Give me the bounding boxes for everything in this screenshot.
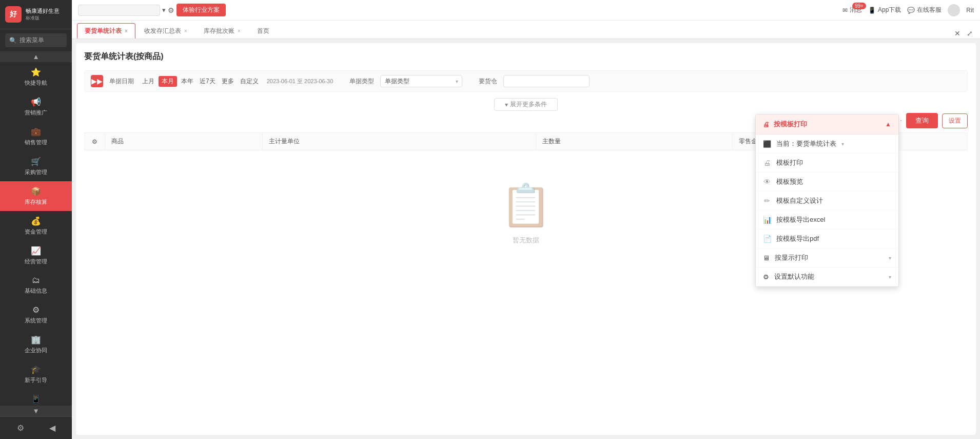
- topbar-search-input[interactable]: [78, 5, 160, 16]
- main-content: ▾ ⚙ 体验行业方案 ✉ 消息 99+ 📱 App下载 💬 在线客服: [72, 0, 980, 439]
- nav-icon: 💰: [31, 216, 41, 226]
- nav-label: 经营管理: [25, 258, 47, 265]
- topbar-actions: ✉ 消息 99+ 📱 App下载 💬 在线客服 Rit: [842, 4, 974, 16]
- window-close-button[interactable]: ✕: [952, 28, 963, 39]
- nav-label: 资金管理: [25, 228, 47, 236]
- settings-button[interactable]: 设置: [942, 113, 968, 128]
- display-print-item[interactable]: 🖥 按显示打印 ▾: [756, 249, 898, 268]
- print-item-模板自定义设计[interactable]: ✏模板自定义设计: [756, 192, 898, 211]
- nav-icon: 🎓: [31, 365, 41, 374]
- sidebar-item-库存核算[interactable]: 📦库存核算: [0, 181, 72, 211]
- sidebar-item-资金管理[interactable]: 💰资金管理: [0, 211, 72, 241]
- sidebar-item-企业协同[interactable]: 🏢企业协同: [0, 330, 72, 359]
- date-btn-更多[interactable]: 更多: [220, 76, 236, 87]
- sidebar-item-营销推广[interactable]: 📢营销推广: [0, 92, 72, 122]
- print-dropdown-header[interactable]: 🖨 按模板打印 ▲: [756, 114, 898, 135]
- sidebar-item-新手引导[interactable]: 🎓新手引导: [0, 359, 72, 389]
- sidebar-footer: ⚙ ◀: [0, 416, 72, 439]
- display-print-icon: 🖥: [763, 254, 770, 262]
- app-download-label: App下载: [878, 6, 901, 14]
- print-item-模板打印[interactable]: 🖨模板打印: [756, 154, 898, 173]
- print-item-icon: 🖨: [763, 159, 771, 167]
- sidebar-scroll-up-button[interactable]: ▲: [0, 51, 72, 62]
- page-area: 要货单统计表(按商品) ▶▶ 单据日期 上月本月本年近7天更多自定义 2023-…: [76, 43, 976, 435]
- filter-row-1: ▶▶ 单据日期 上月本月本年近7天更多自定义 2023-06-01 至 2023…: [84, 70, 968, 92]
- display-print-left: 🖥 按显示打印: [763, 253, 808, 262]
- nav-label: 采购管理: [25, 168, 47, 176]
- sidebar-item-应用中心[interactable]: 📱应用中心: [0, 389, 72, 406]
- date-btn-本月[interactable]: 本月: [159, 76, 177, 87]
- nav-icon: 📈: [31, 246, 41, 256]
- topbar-dropdown-button[interactable]: ▾: [162, 6, 166, 14]
- messages-action[interactable]: ✉ 消息 99+: [842, 6, 862, 14]
- print-item-icon: 📄: [763, 235, 771, 243]
- tab-close-icon[interactable]: ×: [238, 28, 241, 34]
- sidebar-item-经营管理[interactable]: 📈经营管理: [0, 241, 72, 271]
- empty-text: 暂无数据: [513, 236, 539, 245]
- col-header-主计量单位: 主计量单位: [263, 133, 536, 150]
- sidebar-collapse-button[interactable]: ◀: [47, 421, 57, 435]
- topbar-breadcrumb: ▾ ⚙ 体验行业方案: [78, 4, 838, 16]
- current-template-chevron-icon: ▾: [841, 141, 844, 147]
- tab-label: 收发存汇总表: [144, 27, 181, 35]
- search-menu-button[interactable]: 🔍 搜索菜单: [5, 33, 67, 47]
- sidebar-item-销售管理[interactable]: 💼销售管理: [0, 122, 72, 151]
- tab-label: 要货单统计表: [85, 27, 122, 35]
- sidebar-item-快捷导航[interactable]: ⭐快捷导航: [0, 62, 72, 92]
- filter-toggle-button[interactable]: ▶▶: [91, 75, 103, 87]
- sidebar-settings-button[interactable]: ⚙: [15, 421, 26, 435]
- date-btn-上月[interactable]: 上月: [140, 76, 156, 87]
- display-print-chevron-icon: ▾: [889, 255, 891, 261]
- current-template-item[interactable]: ⬛ 当前：要货单统计表 ▾: [756, 135, 898, 154]
- col-header-gear[interactable]: ⚙: [85, 133, 105, 150]
- type-select[interactable]: 单据类型: [380, 75, 462, 87]
- message-icon: ✉: [842, 7, 848, 14]
- download-icon: 📱: [868, 7, 876, 14]
- current-template-icon: ⬛: [763, 140, 771, 148]
- tab-label: 库存批次账: [204, 27, 234, 35]
- sidebar-scroll-down-button[interactable]: ▼: [0, 406, 72, 416]
- print-items-list: 🖨模板打印👁模板预览✏模板自定义设计📊按模板导出excel📄按模板导出pdf: [756, 154, 898, 249]
- tab-close-icon[interactable]: ×: [125, 28, 128, 34]
- set-default-item[interactable]: ⚙ 设置默认功能 ▾: [756, 268, 898, 287]
- sidebar-item-采购管理[interactable]: 🛒采购管理: [0, 151, 72, 181]
- logo-app-name: 畅康通好生意: [26, 7, 60, 14]
- sidebar-item-基础信息[interactable]: 🗂基础信息: [0, 271, 72, 300]
- nav-icon: 📢: [31, 97, 41, 107]
- query-button[interactable]: 查询: [906, 113, 938, 128]
- print-item-按模板导出excel[interactable]: 📊按模板导出excel: [756, 211, 898, 230]
- date-btn-自定义[interactable]: 自定义: [238, 76, 261, 87]
- tab-库存批次账[interactable]: 库存批次账×: [196, 23, 248, 39]
- print-item-按模板导出pdf[interactable]: 📄按模板导出pdf: [756, 230, 898, 249]
- print-item-label: 模板打印: [776, 158, 803, 167]
- empty-icon: 📋: [500, 181, 552, 230]
- app-download-action[interactable]: 📱 App下载: [868, 6, 901, 14]
- tab-收发存汇总表[interactable]: 收发存汇总表×: [136, 23, 195, 39]
- expand-more-button[interactable]: ▾ 展开更多条件: [494, 98, 558, 111]
- print-item-icon: 📊: [763, 216, 771, 224]
- tab-要货单统计表[interactable]: 要货单统计表×: [77, 23, 135, 39]
- topbar: ▾ ⚙ 体验行业方案 ✉ 消息 99+ 📱 App下载 💬 在线客服: [72, 0, 980, 21]
- online-service-action[interactable]: 💬 在线客服: [907, 6, 942, 14]
- date-btn-近7天[interactable]: 近7天: [198, 76, 218, 87]
- date-btn-本年[interactable]: 本年: [179, 76, 195, 87]
- print-header-icon: 🖨: [763, 121, 770, 128]
- logo-badge: 标准版: [26, 15, 60, 22]
- goods-filter-input[interactable]: [503, 75, 590, 87]
- window-maximize-button[interactable]: ⤢: [965, 28, 975, 39]
- nav-label: 基础信息: [25, 287, 47, 295]
- tab-首页[interactable]: 首页: [249, 23, 277, 39]
- topbar-gear-button[interactable]: ⚙: [168, 6, 174, 14]
- nav-icon: 🏢: [31, 335, 41, 345]
- date-range-display: 2023-06-01 至 2023-06-30: [267, 78, 334, 85]
- sidebar: 好 畅康通好生意 标准版 🔍 搜索菜单 ▲ ⭐快捷导航📢营销推广💼销售管理🛒采购…: [0, 0, 72, 439]
- sidebar-item-系统管理[interactable]: ⚙系统管理: [0, 300, 72, 330]
- user-avatar[interactable]: [948, 4, 960, 16]
- nav-label: 快捷导航: [25, 79, 47, 87]
- tab-close-icon[interactable]: ×: [184, 28, 187, 34]
- trial-button[interactable]: 体验行业方案: [177, 4, 226, 16]
- nav-label: 新手引导: [25, 376, 47, 384]
- col-header-商品: 商品: [105, 133, 263, 150]
- print-item-模板预览[interactable]: 👁模板预览: [756, 173, 898, 192]
- username-label: Rit: [966, 7, 974, 14]
